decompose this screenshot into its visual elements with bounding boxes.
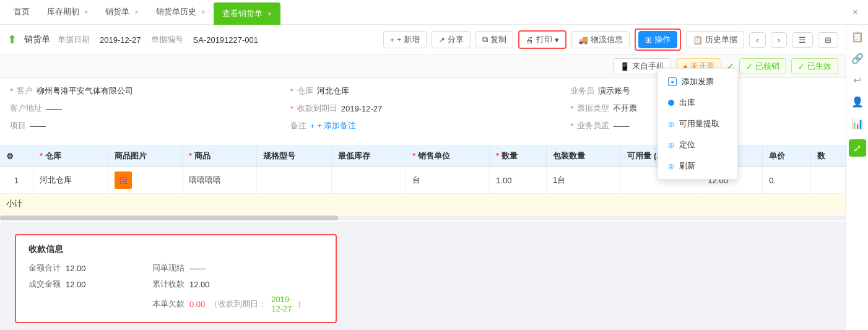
print-icon: 🖨 bbox=[526, 35, 534, 45]
tab-sales[interactable]: 销货单 × bbox=[97, 0, 147, 25]
available-qty-item[interactable]: ◎ 可用量提取 bbox=[658, 113, 737, 134]
due-date-value: 2019-12-27 bbox=[341, 104, 383, 113]
warehouse-required: * bbox=[290, 87, 293, 96]
due-date-required: * bbox=[290, 104, 293, 113]
col-quantity: * 数量 bbox=[490, 145, 547, 167]
number-value: SA-20191227-001 bbox=[193, 35, 259, 45]
logistics-label: 物流信息 bbox=[591, 34, 623, 45]
verified-check-icon: ✓ bbox=[746, 62, 753, 71]
close-inventory-tab[interactable]: × bbox=[84, 8, 88, 15]
add-note-plus-icon: + bbox=[310, 121, 315, 131]
main-toolbar: ⬆ 销货单 单据日期 2019-12-27 单据编号 SA-20191227-0… bbox=[0, 25, 846, 55]
note-label: 备注 bbox=[290, 120, 306, 131]
print-label: 打印 bbox=[536, 34, 552, 45]
tab-home[interactable]: 首页 bbox=[5, 0, 38, 25]
sales-doc-icon: ⬆ bbox=[7, 33, 17, 46]
row-extra bbox=[810, 167, 845, 194]
number-label: 单据编号 bbox=[151, 34, 183, 45]
row-warehouse: 河北仓库 bbox=[33, 167, 108, 194]
project-field: 项目 —— bbox=[10, 120, 276, 131]
close-view-sales-tab[interactable]: × bbox=[267, 10, 271, 17]
col-spec: 规格型号 bbox=[257, 145, 331, 167]
staff-label: 业务员 bbox=[570, 85, 594, 97]
row-quantity: 1.00 bbox=[490, 167, 547, 194]
effect-check-icon: ✓ bbox=[798, 62, 805, 71]
add-invoice-label: 添加发票 bbox=[682, 76, 714, 87]
product-image: 🧱 bbox=[115, 172, 132, 189]
project-label: 项目 bbox=[10, 120, 26, 131]
locate-label: 定位 bbox=[679, 139, 695, 150]
row-product: 嘻嘻嘻嘻 bbox=[182, 167, 256, 194]
grid-view-button[interactable]: ⊞ bbox=[818, 32, 838, 48]
col-unit: * 销售单位 bbox=[406, 145, 490, 167]
add-label: + 新增 bbox=[397, 34, 420, 45]
next-button[interactable]: › bbox=[771, 32, 787, 48]
row-min-stock bbox=[331, 167, 406, 194]
col-settings[interactable]: ⚙ bbox=[0, 145, 33, 167]
window-close-button[interactable]: × bbox=[848, 7, 863, 18]
payment-row-3b: 本单欠款 0.00 （收款到期日： 2019-12-27 ） bbox=[152, 295, 276, 313]
sidebar-expand-icon[interactable]: ⤢ bbox=[849, 139, 866, 157]
salesperson-required: * bbox=[570, 121, 573, 131]
sidebar-user-icon[interactable]: 👤 bbox=[851, 96, 864, 108]
row-pkg-qty: 1台 bbox=[546, 167, 620, 194]
salesperson-value: —— bbox=[613, 121, 629, 131]
sidebar-refresh-icon[interactable]: ↩ bbox=[853, 74, 861, 86]
row-unit: 台 bbox=[406, 167, 490, 194]
owed-date: 2019-12-27 bbox=[271, 295, 292, 313]
prev-button[interactable]: ‹ bbox=[749, 32, 765, 48]
operation-button[interactable]: ⊞ 操作 bbox=[638, 31, 677, 48]
list-view-button[interactable]: ☰ bbox=[792, 32, 813, 48]
sidebar-link-icon[interactable]: 🔗 bbox=[851, 53, 864, 64]
add-button[interactable]: + + 新增 bbox=[383, 31, 427, 48]
sidebar-chart-icon[interactable]: 📊 bbox=[851, 118, 864, 129]
customer-value: 柳州粤港平安气体有限公司 bbox=[37, 85, 133, 97]
same-settle-label: 同单现结 bbox=[152, 263, 184, 274]
logistics-button[interactable]: 🚚 物流信息 bbox=[571, 31, 630, 48]
print-arrow: ▾ bbox=[555, 35, 559, 45]
customer-label: 客户 bbox=[17, 85, 33, 97]
row-spec bbox=[257, 167, 331, 194]
share-button[interactable]: ↗ 分享 bbox=[432, 31, 471, 48]
doc-title: 销货单 bbox=[24, 34, 50, 45]
copy-button[interactable]: ⧉ 复制 bbox=[475, 31, 513, 48]
history-button[interactable]: 📋 历史单据 bbox=[686, 31, 744, 48]
cumul-receipt-label: 累计收款 bbox=[152, 279, 184, 290]
col-pkg-qty: 包装数量 bbox=[546, 145, 620, 167]
tab-sales-history[interactable]: 销货单历史 × bbox=[147, 0, 214, 25]
payment-title: 收款信息 bbox=[28, 244, 323, 255]
operation-icon: ⊞ bbox=[645, 35, 652, 45]
tab-view-sales[interactable]: 查看销货单 × bbox=[214, 2, 280, 25]
project-value: —— bbox=[30, 121, 46, 131]
address-field: 客户地址 —— bbox=[10, 103, 276, 114]
date-label: 单据日期 bbox=[58, 34, 90, 45]
amount-total-value: 12.00 bbox=[66, 264, 86, 273]
outbound-label: 出库 bbox=[679, 97, 695, 108]
share-label: 分享 bbox=[448, 34, 464, 45]
payment-row-1b: 同单现结 —— bbox=[152, 263, 276, 274]
locate-item[interactable]: ◎ 定位 bbox=[658, 134, 737, 155]
effect-badge: ✓ 已生效 bbox=[791, 58, 838, 74]
col-extra: 数 bbox=[810, 145, 845, 167]
salesperson-label: 业务员孟 bbox=[577, 120, 609, 131]
sidebar-doc-icon[interactable]: 📋 bbox=[851, 31, 864, 43]
payment-row-2b: 累计收款 12.00 bbox=[152, 279, 276, 290]
same-settle-value: —— bbox=[189, 264, 206, 273]
refresh-label: 刷新 bbox=[679, 160, 695, 172]
outbound-dot-icon bbox=[668, 100, 674, 106]
close-sales-tab[interactable]: × bbox=[134, 8, 138, 15]
add-note-button[interactable]: + + 添加备注 bbox=[310, 120, 357, 131]
warehouse-value: 河北仓库 bbox=[317, 85, 349, 97]
due-date-label: 收款到期日 bbox=[297, 103, 337, 114]
verified-badge: ✓ 已核销 bbox=[739, 58, 786, 74]
refresh-item[interactable]: ◎ 刷新 bbox=[658, 155, 737, 176]
owed-label: 本单欠款 bbox=[152, 298, 184, 310]
close-sales-history-tab[interactable]: × bbox=[201, 8, 205, 15]
add-invoice-item[interactable]: ▪ 添加发票 bbox=[658, 71, 737, 92]
customer-field: * 客户 柳州粤港平安气体有限公司 bbox=[10, 85, 276, 97]
print-button[interactable]: 🖨 打印 ▾ bbox=[522, 33, 563, 46]
col-product: * 商品 bbox=[182, 145, 256, 167]
outbound-item[interactable]: 出库 bbox=[658, 92, 737, 113]
deal-amount-label: 成交金额 bbox=[28, 279, 61, 290]
tab-inventory[interactable]: 库存期初 × bbox=[38, 0, 97, 25]
